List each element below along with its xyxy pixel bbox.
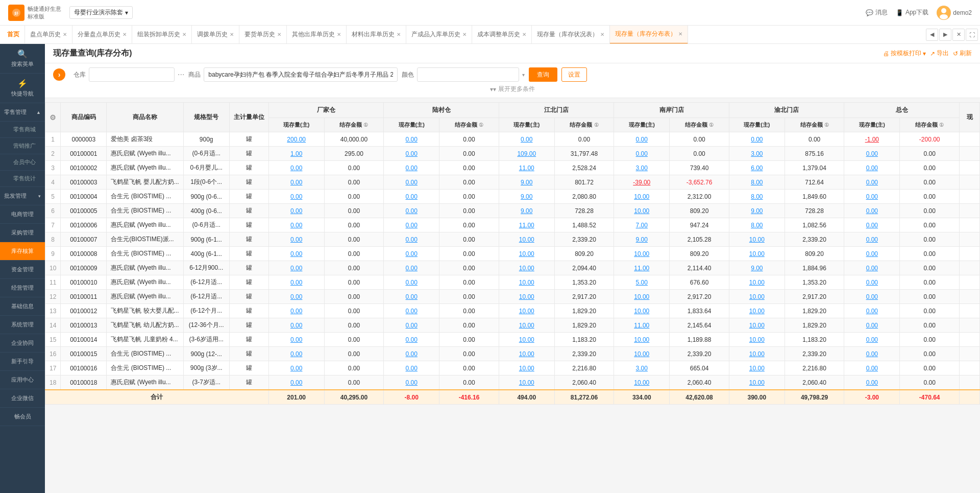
table-row: 18 00100018 惠氏启赋 (Wyeth illu... (3-7岁适..… [45,375,980,390]
tab-home[interactable]: 首页 [2,26,25,44]
th-luju-warehouse: 陆村仓 [384,103,499,118]
sidebar-item-inventory[interactable]: 库存核算 [0,242,45,261]
avatar [937,6,951,20]
tab-close-1[interactable]: ✕ [63,32,67,37]
sidebar-item-retail-stat[interactable]: 零售统计 [0,171,45,187]
tab-close-7[interactable]: ✕ [397,32,401,37]
tab-11[interactable]: 现存量（库存分布表） ✕ [610,26,688,44]
sidebar-item-guide[interactable]: 新手引导 [0,353,45,371]
sidebar-item-nav[interactable]: ⚡ 快捷导航 [0,74,45,103]
summary-label: 合计 [45,390,269,405]
tab-close-11[interactable]: ✕ [678,31,682,37]
search-button[interactable]: 查询 [529,67,557,82]
top-bar-right: 💬 消息 📱 App下载 demo2 [866,6,972,20]
tab-3[interactable]: 组装拆卸单历史 ✕ [132,26,192,44]
tab-2[interactable]: 分量盘点单历史 ✕ [72,26,132,44]
sidebar-item-ecommerce[interactable]: 电商管理 [0,205,45,224]
sidebar-item-marketing[interactable]: 营销推广 [0,138,45,154]
th-yb-qty: 现存量(主) [729,118,785,132]
th-settings[interactable]: ⚙ [45,103,61,132]
chevron-icon-wholesale: ▾ [38,194,41,199]
summary-lj-qty: -8.00 [384,390,439,405]
table-row: 16 00100015 合生元 (BIOSTIME) ... 900g (12-… [45,347,980,361]
settings-icon[interactable]: ⚙ [50,113,56,122]
th-yubei-branch: 渝北门店 [729,103,844,118]
t-amt-info-icon[interactable]: ① [939,122,944,128]
content-area: 现存量查询(库存分布) 🖨 按模板打印 ▾ ↗ 导出 ↺ 刷新 [45,44,980,493]
summary-na-qty: 334.00 [614,390,670,405]
tab-8[interactable]: 产成品入库单历史 ✕ [406,26,472,44]
sidebar-item-wechat[interactable]: 企业微信 [0,389,45,408]
setting-button[interactable]: 设置 [561,67,587,82]
sidebar-item-basic[interactable]: 基础信息 [0,297,45,316]
sidebar-item-operation[interactable]: 经营管理 [0,279,45,297]
tab-close-4[interactable]: ✕ [230,32,234,37]
table-container[interactable]: ⚙ 商品编码 商品名称 规格型号 主计量单位 厂家仓 陆村仓 江北门店 南岸门店… [45,98,980,493]
tab-close-2[interactable]: ✕ [122,32,127,37]
na-amt-info-icon[interactable]: ① [709,122,714,128]
tab-close-10[interactable]: ✕ [600,32,604,37]
lj-amt-info-icon[interactable]: ① [479,122,483,128]
tab-5[interactable]: 要货单历史 ✕ [239,26,287,44]
sidebar-item-apps[interactable]: 应用中心 [0,371,45,389]
tab-1[interactable]: 盘点单历史 ✕ [25,26,72,44]
sidebar-item-finance[interactable]: 资金管理 [0,261,45,279]
svg-text:好: 好 [14,11,19,16]
sidebar-item-purchase[interactable]: 采购管理 [0,224,45,242]
tab-arrow-expand[interactable]: ⛶ [966,29,978,41]
message-icon: 💬 [866,9,873,16]
table-row: 13 00100012 飞鹤星飞帆 较大婴儿配... (6-12个月... 罐 … [45,304,980,318]
print-button[interactable]: 🖨 按模板打印 ▾ [883,49,926,58]
tab-arrow-left[interactable]: ◀ [926,29,938,41]
messages-button[interactable]: 💬 消息 [866,8,888,17]
tab-9[interactable]: 成本调整单历史 ✕ [472,26,532,44]
tab-10[interactable]: 现存量（库存状况表） ✕ [532,26,610,44]
tab-close-8[interactable]: ✕ [462,32,467,37]
app-download-button[interactable]: 📱 App下载 [896,8,928,17]
download-icon: 📱 [896,9,903,16]
sidebar-item-search[interactable]: 🔍 搜索英单 [0,44,45,74]
chevron-icon: ▲ [36,110,41,115]
page-header: 现存量查询(库存分布) 🖨 按模板打印 ▾ ↗ 导出 ↺ 刷新 [45,44,980,63]
logo-area: 好 畅捷通好生意 标准版 [8,5,61,21]
tab-close-9[interactable]: ✕ [522,32,526,37]
printer-icon: 🖨 [883,50,889,57]
th-extra: 现 [960,103,980,132]
search-icon: 🔍 [2,49,43,59]
th-t-qty: 现存量(主) [844,118,900,132]
color-dropdown-icon: ▾ [522,72,525,78]
f-amt-info-icon[interactable]: ① [363,122,368,128]
industry-selector[interactable]: 母婴行业演示陈套 ▾ [69,6,133,19]
expand-button[interactable]: › [53,68,65,81]
tab-4[interactable]: 调拨单历史 ✕ [192,26,239,44]
tab-close-6[interactable]: ✕ [337,32,341,37]
tab-7[interactable]: 材料出库单历史 ✕ [347,26,406,44]
sidebar-item-collab[interactable]: 企业协同 [0,334,45,353]
sidebar-item-retail[interactable]: 零售管理 ▲ [0,103,45,122]
tab-arrow-right[interactable]: ▶ [939,29,951,41]
expand-conditions-button[interactable]: ▾▾ 展开更多条件 [490,85,535,93]
goods-input[interactable] [204,67,398,82]
th-jb-amt: 结存金额 ① [554,118,614,132]
export-button[interactable]: ↗ 导出 [930,49,949,58]
tab-close-5[interactable]: ✕ [277,32,281,37]
tab-arrow-close[interactable]: ✕ [952,29,965,41]
th-jb-qty: 现存量(主) [499,118,554,132]
sidebar-item-system[interactable]: 系统管理 [0,316,45,334]
summary-jb-amt: 81,272.06 [554,390,614,405]
th-lj-amt: 结存金额 ① [439,118,499,132]
user-avatar-area[interactable]: demo2 [937,6,972,20]
logo-icon: 好 [8,5,24,21]
warehouse-input[interactable] [89,67,175,82]
username-label: demo2 [953,9,972,16]
sidebar-item-retail-shop[interactable]: 零售商城 [0,122,45,138]
sidebar-item-wholesale[interactable]: 批发管理 ▾ [0,187,45,205]
color-input[interactable] [417,67,519,82]
sidebar-item-vip[interactable]: 畅会员 [0,408,45,426]
refresh-button[interactable]: ↺ 刷新 [953,49,972,58]
yb-amt-info-icon[interactable]: ① [824,122,829,128]
tab-close-3[interactable]: ✕ [182,32,186,37]
jb-amt-info-icon[interactable]: ① [594,122,599,128]
sidebar-item-member[interactable]: 会员中心 [0,154,45,171]
tab-6[interactable]: 其他出库单历史 ✕ [287,26,347,44]
